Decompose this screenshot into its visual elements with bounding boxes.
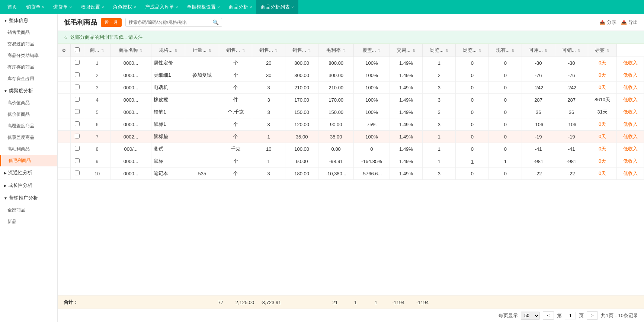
col-spec[interactable]: 规格... ⇅: [151, 44, 185, 57]
col-available[interactable]: 可用... ⇅: [522, 44, 555, 57]
nav-item-purchase[interactable]: 进货单 ×: [49, 0, 76, 14]
sidebar-item-high-value[interactable]: 高价值商品: [0, 97, 57, 109]
sidebar-item-traded-goods[interactable]: 交易过的商品: [0, 38, 57, 50]
sidebar-item-high-coverage[interactable]: 高覆盖度商品: [0, 120, 57, 132]
col-view1[interactable]: 浏览... ⇅: [423, 44, 456, 57]
nav-item-product[interactable]: 产成品入库单 ×: [141, 0, 182, 14]
sidebar-item-low-value[interactable]: 低价值商品: [0, 109, 57, 120]
row-checkbox-input-5[interactable]: [75, 121, 80, 126]
nav-item-role[interactable]: 角色授权 ×: [108, 0, 140, 14]
close-icon[interactable]: ×: [176, 5, 178, 9]
close-icon[interactable]: ×: [134, 5, 136, 9]
row-checkbox-0[interactable]: [70, 57, 84, 69]
row-checkbox-input-0[interactable]: [75, 60, 80, 65]
filter-button[interactable]: 近一月: [101, 18, 122, 27]
row-saleable-3: 8610天: [588, 94, 617, 106]
sidebar-group-growth[interactable]: ▶ 成长性分析: [0, 179, 57, 192]
close-icon[interactable]: ×: [42, 5, 44, 9]
col-qty[interactable]: 销售... ⇅: [219, 44, 252, 57]
row-checkbox-9[interactable]: [70, 168, 84, 180]
sidebar-item-all-goods[interactable]: 全部商品: [0, 204, 57, 216]
row-checkbox-7[interactable]: [70, 143, 84, 155]
sidebar-group-liquidity[interactable]: ▶ 流通性分析: [0, 166, 57, 179]
nav-item-analysis-list[interactable]: 商品分析列表 ×: [256, 0, 298, 14]
row-checkbox-2[interactable]: [70, 82, 84, 94]
row-view1-8[interactable]: 1: [456, 155, 489, 168]
row-spec-5: [185, 118, 219, 131]
sidebar-item-category-rate[interactable]: 商品分类助销率: [0, 50, 57, 61]
row-gross-rate-6: 100%: [354, 131, 390, 143]
sidebar-group-overall[interactable]: ▼ 整体信息: [0, 14, 57, 27]
row-checkbox-1[interactable]: [70, 69, 84, 82]
share-button[interactable]: 📤 分享: [599, 19, 616, 26]
page-size-select[interactable]: 50 100: [521, 312, 540, 320]
sidebar-item-low-coverage[interactable]: 低覆盖度商品: [0, 132, 57, 143]
close-icon[interactable]: ×: [102, 5, 104, 9]
row-checkbox-input-8[interactable]: [75, 158, 80, 163]
row-saleable-6: 0天: [588, 131, 617, 143]
nav-item-template[interactable]: 单据模板设置 ×: [182, 0, 224, 14]
row-sales-amount-9: 180.00: [285, 168, 318, 180]
col-sales-amount[interactable]: 销售... ⇅: [252, 44, 285, 57]
table-container[interactable]: ⚙ 商... ⇅ 商品名称 ⇅ 规格... ⇅ 计量... ⇅ 销售... ⇅ …: [58, 44, 644, 296]
col-current[interactable]: 现有... ⇅: [489, 44, 522, 57]
row-sales-profit-7: 0.00: [318, 143, 354, 155]
col-name[interactable]: 商品名称 ⇅: [110, 44, 151, 57]
export-button[interactable]: 📥 导出: [621, 19, 638, 26]
close-icon[interactable]: ×: [69, 5, 71, 9]
row-checkbox-input-2[interactable]: [75, 85, 80, 89]
col-code[interactable]: 商... ⇅: [84, 44, 110, 57]
col-tag[interactable]: 标签 ⇅: [588, 44, 617, 57]
search-input[interactable]: [129, 20, 212, 25]
sidebar-item-high-margin[interactable]: 高毛利商品: [0, 143, 57, 155]
col-checkbox[interactable]: [70, 44, 84, 57]
sidebar-group-cluster[interactable]: ▼ 类聚度分析: [0, 85, 57, 97]
row-checkbox-input-6[interactable]: [75, 134, 80, 138]
col-view2[interactable]: 浏览... ⇅: [456, 44, 489, 57]
row-settings-1: [58, 69, 70, 82]
col-coverage[interactable]: 覆盖... ⇅: [354, 44, 390, 57]
select-all-checkbox[interactable]: [75, 47, 80, 52]
row-checkbox-4[interactable]: [70, 106, 84, 118]
col-saleable[interactable]: 可销... ⇅: [555, 44, 588, 57]
row-trade-8: 1: [423, 155, 456, 168]
col-settings[interactable]: ⚙: [58, 44, 70, 57]
row-checkbox-input-4[interactable]: [75, 109, 80, 114]
row-available-9: -22: [555, 168, 588, 180]
row-checkbox-3[interactable]: [70, 94, 84, 106]
notice-icon: ☆: [64, 35, 68, 40]
row-checkbox-8[interactable]: [70, 155, 84, 168]
close-icon[interactable]: ×: [250, 5, 252, 9]
close-icon[interactable]: ×: [217, 5, 220, 9]
footer-sales-profit-total: -8,723.91: [258, 300, 284, 305]
col-gross-rate[interactable]: 毛利率 ⇅: [318, 44, 354, 57]
sidebar-item-new-goods[interactable]: 新品: [0, 216, 57, 227]
next-page-button[interactable]: ＞: [587, 311, 598, 320]
sidebar-group-marketing[interactable]: ▼ 营销推广分析: [0, 192, 57, 204]
row-checkbox-input-1[interactable]: [75, 72, 80, 77]
sidebar-item-stock-capital[interactable]: 库存资金占用: [0, 73, 57, 85]
nav-item-sales[interactable]: 销货单 ×: [22, 0, 49, 14]
col-trade[interactable]: 交易... ⇅: [390, 44, 423, 57]
prev-page-button[interactable]: ＜: [543, 311, 554, 320]
row-checkbox-6[interactable]: [70, 131, 84, 143]
main-layout: ▼ 整体信息 销售类商品 交易过的商品 商品分类助销率 有库存的商品 库存资金占…: [0, 14, 644, 322]
sidebar-item-low-margin[interactable]: 低毛利商品: [0, 155, 57, 166]
page-size-label: 每页显示: [499, 312, 518, 319]
row-settings-3: [58, 94, 70, 106]
row-checkbox-5[interactable]: [70, 118, 84, 131]
nav-item-home[interactable]: 首页: [3, 0, 22, 14]
row-checkbox-input-9[interactable]: [75, 170, 80, 175]
row-checkbox-input-3[interactable]: [75, 97, 80, 102]
search-icon[interactable]: 🔍: [212, 19, 219, 25]
col-unit[interactable]: 计量... ⇅: [185, 44, 219, 57]
row-trade-9: 3: [423, 168, 456, 180]
page-number-input[interactable]: [565, 312, 576, 319]
sidebar-item-sales-goods[interactable]: 销售类商品: [0, 27, 57, 38]
col-sales-profit[interactable]: 销售... ⇅: [285, 44, 318, 57]
row-checkbox-input-7[interactable]: [75, 146, 80, 151]
close-icon[interactable]: ×: [291, 5, 294, 9]
sidebar-item-instock-goods[interactable]: 有库存的商品: [0, 61, 57, 73]
nav-item-permission[interactable]: 权限设置 ×: [76, 0, 108, 14]
nav-item-analysis[interactable]: 商品分析 ×: [224, 0, 256, 14]
